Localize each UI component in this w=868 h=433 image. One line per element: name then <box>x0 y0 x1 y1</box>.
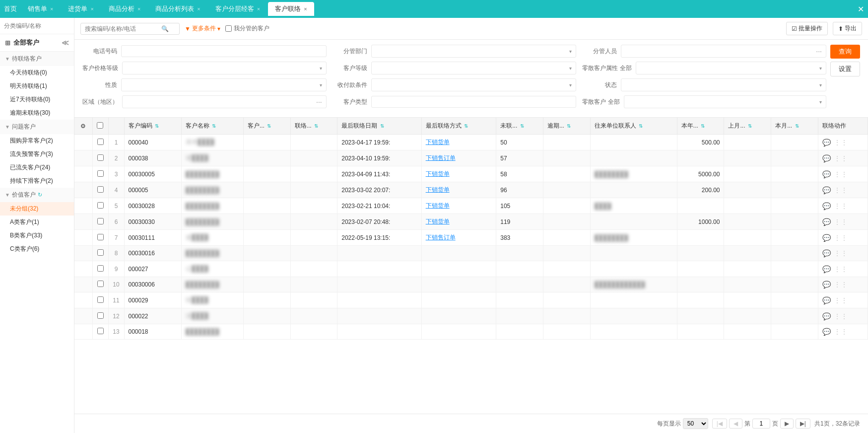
col-overdue[interactable]: 逾期... ⇅ <box>543 118 590 135</box>
col-this-year[interactable]: 本年... ⇅ <box>677 118 724 135</box>
row-check-3[interactable] <box>97 186 104 193</box>
prev-page-button[interactable]: ◀ <box>729 419 742 429</box>
person-select[interactable]: ··· <box>621 45 826 58</box>
menu-icon-10[interactable]: ⋮⋮ <box>834 296 848 304</box>
row-last-method-4[interactable]: 下销货单 <box>421 198 496 214</box>
menu-icon-11[interactable]: ⋮⋮ <box>834 312 848 320</box>
dept-select[interactable]: ▾ <box>371 45 577 58</box>
col-last-date[interactable]: 最后联络日期 ⇅ <box>337 118 421 135</box>
row-check-12[interactable] <box>97 328 104 334</box>
select-all-checkbox[interactable] <box>97 122 103 129</box>
status-select[interactable]: ▾ <box>621 78 826 91</box>
chat-icon-4[interactable]: 💬 <box>822 202 831 210</box>
sidebar-item-0-1[interactable]: 明天待联络(1) <box>0 79 74 93</box>
filter-search-input[interactable] <box>85 25 159 32</box>
row-check-10[interactable] <box>97 296 104 303</box>
chat-icon-7[interactable]: 💬 <box>822 249 831 257</box>
row-last-method-1[interactable]: 下销售订单 <box>421 150 496 166</box>
sidebar-item-2-2[interactable]: B类客户(33) <box>0 229 74 242</box>
sidebar-item-0-0[interactable]: 今天待联络(0) <box>0 66 74 79</box>
col-code[interactable]: 客户编码 ⇅ <box>124 118 181 135</box>
tab-close-product-analysis-list[interactable]: × <box>197 6 200 12</box>
row-check-5[interactable] <box>97 218 104 224</box>
menu-icon-12[interactable]: ⋮⋮ <box>834 328 848 336</box>
row-last-method-5[interactable]: 下销货单 <box>421 214 496 230</box>
filter-more-button[interactable]: ▼ 更多条件 ▾ <box>185 24 220 33</box>
tab-close-customer-contact[interactable]: × <box>304 6 307 12</box>
menu-icon-3[interactable]: ⋮⋮ <box>834 186 848 194</box>
row-check-11[interactable] <box>97 312 104 319</box>
tab-customer-contact[interactable]: 客户联络× <box>268 2 314 16</box>
tab-product-analysis[interactable]: 商品分析× <box>102 2 147 16</box>
menu-icon-4[interactable]: ⋮⋮ <box>834 202 848 210</box>
row-check-9[interactable] <box>97 281 104 287</box>
retail-attr-select[interactable]: ▾ <box>636 62 826 74</box>
sidebar-item-0-3[interactable]: 逾期未联络(30) <box>0 106 74 120</box>
sidebar-item-2-0[interactable]: 未分组(32) <box>0 202 74 216</box>
phone-input[interactable] <box>121 45 327 57</box>
menu-icon-6[interactable]: ⋮⋮ <box>834 234 848 242</box>
col-type[interactable]: 客户... ⇅ <box>243 118 290 135</box>
chat-icon-0[interactable]: 💬 <box>822 139 831 146</box>
my-customers-checkbox[interactable] <box>225 25 232 32</box>
menu-icon-5[interactable]: ⋮⋮ <box>834 218 848 226</box>
col-last-month[interactable]: 上月... ⇅ <box>724 118 771 135</box>
customer-tier-select[interactable]: ▾ <box>371 62 577 74</box>
chat-icon-6[interactable]: 💬 <box>822 234 831 242</box>
chat-icon-8[interactable]: 💬 <box>822 265 831 273</box>
menu-icon-7[interactable]: ⋮⋮ <box>834 249 848 257</box>
chat-icon-2[interactable]: 💬 <box>822 170 831 178</box>
window-close-button[interactable]: ✕ <box>858 4 864 14</box>
tab-close-customer-tier[interactable]: × <box>257 6 260 12</box>
tab-close-purchase[interactable]: × <box>90 6 93 12</box>
col-settings[interactable]: ⚙ <box>74 118 92 135</box>
chat-icon-1[interactable]: 💬 <box>822 154 831 162</box>
sidebar-all-customers[interactable]: ⊞ 全部客户 ≪ <box>0 34 74 52</box>
row-check-1[interactable] <box>97 154 104 161</box>
menu-icon-0[interactable]: ⋮⋮ <box>834 139 848 146</box>
sidebar-group-title-1[interactable]: ▼问题客户 <box>0 120 74 134</box>
tab-purchase[interactable]: 进货单× <box>61 2 100 16</box>
menu-icon-9[interactable]: ⋮⋮ <box>834 281 848 289</box>
tab-close-product-analysis[interactable]: × <box>137 6 140 12</box>
col-contact[interactable]: 联络... ⇅ <box>290 118 337 135</box>
tab-close-sales[interactable]: × <box>50 6 53 12</box>
sidebar-item-0-2[interactable]: 近7天待联络(0) <box>0 93 74 106</box>
sidebar-group-title-0[interactable]: ▼待联络客户 <box>0 52 74 66</box>
menu-icon-2[interactable]: ⋮⋮ <box>834 170 848 178</box>
sidebar-item-1-0[interactable]: 囤购异常客户(2) <box>0 134 74 147</box>
first-page-button[interactable]: |◀ <box>712 419 727 429</box>
col-this-month[interactable]: 本月... ⇅ <box>771 118 818 135</box>
next-page-button[interactable]: ▶ <box>780 419 794 429</box>
row-check-2[interactable] <box>97 170 104 177</box>
customer-type-input[interactable] <box>371 96 577 108</box>
sidebar-item-2-1[interactable]: A类客户(1) <box>0 216 74 229</box>
sidebar-search-input[interactable] <box>4 22 74 29</box>
sidebar-group-title-2[interactable]: ▼价值客户↻ <box>0 188 74 202</box>
filter-my-customers[interactable]: 我分管的客户 <box>225 24 269 33</box>
row-check-4[interactable] <box>97 202 104 209</box>
page-input[interactable] <box>752 419 770 429</box>
per-page-select[interactable]: 50 100 200 <box>683 418 708 429</box>
payment-select[interactable]: ▾ <box>371 78 577 91</box>
sidebar-item-1-3[interactable]: 持续下滑客户(2) <box>0 174 74 188</box>
row-check-7[interactable] <box>97 249 104 256</box>
row-check-8[interactable] <box>97 265 104 272</box>
chat-icon-5[interactable]: 💬 <box>822 218 831 226</box>
filter-search-icon[interactable]: 🔍 <box>161 25 169 32</box>
last-page-button[interactable]: ▶| <box>796 419 810 429</box>
batch-ops-button[interactable]: ☑ 批量操作 <box>786 22 828 35</box>
col-name[interactable]: 客户名称 ⇅ <box>181 118 243 135</box>
tab-customer-tier[interactable]: 客户分层经客× <box>208 2 267 16</box>
col-last-method[interactable]: 最后联络方式 ⇅ <box>421 118 496 135</box>
row-last-method-3[interactable]: 下销货单 <box>421 182 496 198</box>
row-last-method-6[interactable]: 下销售订单 <box>421 230 496 246</box>
chat-icon-12[interactable]: 💬 <box>822 328 831 336</box>
refresh-icon-2[interactable]: ↻ <box>38 192 42 198</box>
tab-home[interactable]: 首页 <box>4 4 17 13</box>
sidebar-item-2-3[interactable]: C类客户(6) <box>0 242 74 256</box>
row-last-method-0[interactable]: 下销货单 <box>421 135 496 150</box>
reset-button[interactable]: 设置 <box>830 62 860 76</box>
tab-product-analysis-list[interactable]: 商品分析列表× <box>148 2 207 16</box>
sidebar-collapse-icon[interactable]: ≪ <box>62 39 69 47</box>
